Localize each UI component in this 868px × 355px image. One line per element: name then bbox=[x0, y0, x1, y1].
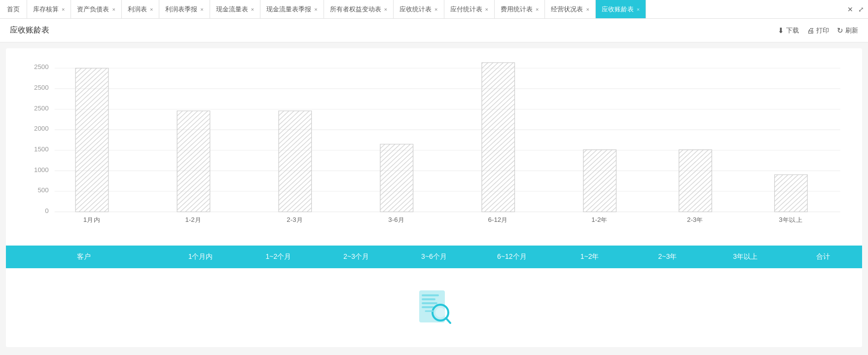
table-body bbox=[6, 268, 862, 347]
tab-cashflow-quarterly-label: 现金流量表季报 bbox=[266, 5, 311, 14]
tab-operation-label: 经营状况表 bbox=[551, 5, 583, 14]
col-2-3year: 2~3年 bbox=[629, 246, 707, 268]
print-icon: 🖨 bbox=[807, 26, 814, 35]
col-1-2month: 1~2个月 bbox=[239, 246, 317, 268]
svg-text:1000: 1000 bbox=[34, 166, 49, 173]
tab-equity-close[interactable]: × bbox=[384, 6, 387, 12]
svg-rect-36 bbox=[422, 302, 437, 304]
maximize-button[interactable]: ⤢ bbox=[858, 5, 864, 13]
svg-rect-37 bbox=[422, 306, 434, 308]
tab-cashflow-close[interactable]: × bbox=[251, 6, 254, 12]
refresh-button[interactable]: ↻ 刷新 bbox=[837, 26, 858, 35]
tab-equity[interactable]: 所有者权益变动表 × bbox=[324, 0, 394, 19]
svg-rect-35 bbox=[422, 298, 435, 300]
svg-text:1月内: 1月内 bbox=[83, 216, 100, 223]
svg-rect-34 bbox=[422, 294, 439, 296]
tab-balance-sheet-label: 资产负债表 bbox=[77, 5, 109, 14]
tab-ap-stat-label: 应付统计表 bbox=[450, 5, 482, 14]
tab-expense-stat-close[interactable]: × bbox=[536, 6, 539, 12]
tab-ar-stat-close[interactable]: × bbox=[434, 6, 437, 12]
tab-balance-sheet[interactable]: 资产负债表 × bbox=[71, 0, 121, 19]
svg-text:2500: 2500 bbox=[34, 64, 49, 71]
svg-text:3年以上: 3年以上 bbox=[779, 216, 802, 223]
download-button[interactable]: ⬇ 下载 bbox=[778, 26, 799, 35]
print-label: 打印 bbox=[816, 26, 829, 35]
svg-point-39 bbox=[435, 308, 445, 318]
col-total: 合计 bbox=[784, 246, 862, 268]
svg-text:2500: 2500 bbox=[34, 105, 49, 111]
download-label: 下载 bbox=[786, 26, 799, 35]
tab-ar-aging-label: 应收账龄表 bbox=[602, 5, 634, 14]
col-2-3month: 2~3个月 bbox=[317, 246, 395, 268]
page-header: 应收账龄表 ⬇ 下载 🖨 打印 ↻ 刷新 bbox=[0, 19, 868, 42]
refresh-label: 刷新 bbox=[845, 26, 858, 35]
chart-area: 2500 2500 2500 2000 1500 1000 500 0 bbox=[6, 48, 862, 246]
svg-rect-20 bbox=[380, 144, 413, 212]
tab-balance-sheet-close[interactable]: × bbox=[112, 6, 115, 12]
svg-text:1500: 1500 bbox=[34, 145, 49, 152]
col-1month: 1个月内 bbox=[162, 246, 240, 268]
tab-profit-quarterly-close[interactable]: × bbox=[200, 6, 203, 12]
tab-cashflow-label: 现金流量表 bbox=[216, 5, 248, 14]
tab-cashflow-quarterly[interactable]: 现金流量表季报 × bbox=[260, 0, 324, 19]
tab-ar-aging-close[interactable]: × bbox=[637, 6, 640, 12]
svg-text:1-2月: 1-2月 bbox=[185, 216, 201, 223]
tab-bar: 首页 库存核算 × 资产负债表 × 利润表 × 利润表季报 × 现金流量表 × … bbox=[0, 0, 868, 19]
tab-cashflow-quarterly-close[interactable]: × bbox=[314, 6, 317, 12]
svg-text:2000: 2000 bbox=[34, 125, 49, 132]
tab-inventory-close[interactable]: × bbox=[62, 6, 65, 12]
tab-profit-close[interactable]: × bbox=[150, 6, 153, 12]
tab-ar-stat[interactable]: 应收统计表 × bbox=[394, 0, 444, 19]
svg-rect-19 bbox=[279, 111, 312, 212]
refresh-icon: ↻ bbox=[837, 26, 843, 35]
svg-text:2-3年: 2-3年 bbox=[687, 216, 703, 223]
tab-profit-label: 利润表 bbox=[128, 5, 147, 14]
tab-expense-stat-label: 费用统计表 bbox=[501, 5, 533, 14]
svg-rect-24 bbox=[775, 175, 808, 212]
bar-chart: 2500 2500 2500 2000 1500 1000 500 0 bbox=[16, 58, 852, 236]
svg-text:0: 0 bbox=[45, 207, 48, 214]
tab-ar-stat-label: 应收统计表 bbox=[399, 5, 432, 14]
col-1-2year: 1~2年 bbox=[551, 246, 629, 268]
svg-text:1-2年: 1-2年 bbox=[591, 216, 608, 223]
window-controls: ✕ ⤢ bbox=[838, 5, 868, 13]
tab-expense-stat[interactable]: 费用统计表 × bbox=[495, 0, 545, 19]
tab-home[interactable]: 首页 bbox=[0, 0, 27, 19]
tab-inventory[interactable]: 库存核算 × bbox=[27, 0, 71, 19]
svg-text:2-3月: 2-3月 bbox=[287, 216, 303, 223]
col-3year-plus: 3年以上 bbox=[706, 246, 784, 268]
svg-line-40 bbox=[446, 318, 450, 323]
page-title: 应收账龄表 bbox=[10, 25, 49, 36]
col-customer: 客户 bbox=[6, 246, 162, 268]
print-button[interactable]: 🖨 打印 bbox=[807, 26, 829, 35]
tab-profit-quarterly[interactable]: 利润表季报 × bbox=[159, 0, 210, 19]
col-3-6month: 3~6个月 bbox=[395, 246, 473, 268]
tab-ap-stat-close[interactable]: × bbox=[485, 6, 488, 12]
col-6-12month: 6~12个月 bbox=[473, 246, 551, 268]
svg-rect-21 bbox=[482, 63, 515, 212]
svg-text:3-6月: 3-6月 bbox=[388, 216, 404, 223]
tab-cashflow[interactable]: 现金流量表 × bbox=[210, 0, 260, 19]
svg-rect-17 bbox=[75, 68, 108, 212]
tab-equity-label: 所有者权益变动表 bbox=[330, 5, 381, 14]
svg-text:2500: 2500 bbox=[34, 84, 49, 91]
tab-ap-stat[interactable]: 应付统计表 × bbox=[444, 0, 495, 19]
svg-text:6-12月: 6-12月 bbox=[488, 216, 508, 223]
svg-rect-22 bbox=[583, 150, 616, 212]
tab-profit-quarterly-label: 利润表季报 bbox=[165, 5, 197, 14]
header-actions: ⬇ 下载 🖨 打印 ↻ 刷新 bbox=[778, 26, 858, 35]
svg-rect-23 bbox=[679, 150, 712, 212]
tab-profit[interactable]: 利润表 × bbox=[122, 0, 159, 19]
svg-rect-18 bbox=[177, 111, 210, 212]
main-content: 2500 2500 2500 2000 1500 1000 500 0 bbox=[6, 48, 862, 347]
download-icon: ⬇ bbox=[778, 26, 784, 35]
minimize-button[interactable]: ✕ bbox=[847, 5, 853, 13]
table-header: 客户 1个月内 1~2个月 2~3个月 3~6个月 6~12个月 1~2年 2~… bbox=[6, 246, 862, 268]
tab-ar-aging[interactable]: 应收账龄表 × bbox=[596, 0, 646, 19]
tab-operation-close[interactable]: × bbox=[586, 6, 589, 12]
tab-inventory-label: 库存核算 bbox=[33, 5, 59, 14]
empty-illustration bbox=[412, 285, 456, 330]
svg-text:500: 500 bbox=[37, 187, 48, 194]
tab-operation[interactable]: 经营状况表 × bbox=[545, 0, 595, 19]
